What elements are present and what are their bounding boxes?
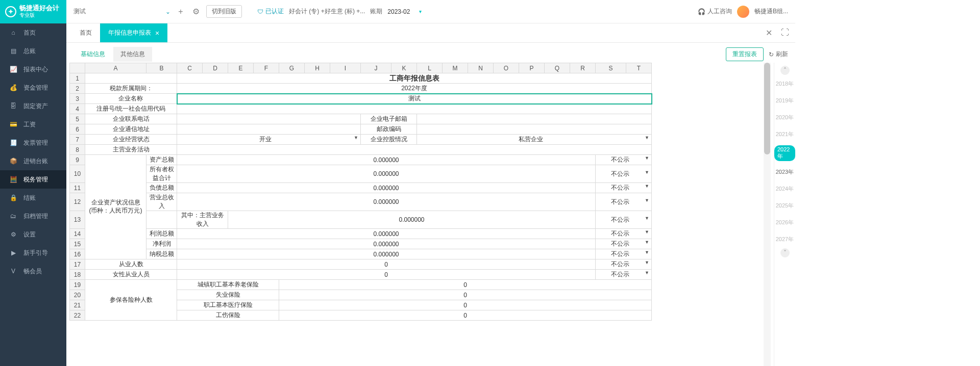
col-header-Q[interactable]: Q xyxy=(545,63,570,73)
row-header-17[interactable]: 17 xyxy=(70,259,85,270)
company-select[interactable]: 测试 ⌄ xyxy=(74,7,170,16)
tab-首页[interactable]: 首页 xyxy=(71,23,100,42)
sidebar-item-ledger[interactable]: ▤总账 xyxy=(0,42,66,60)
year-down-button[interactable]: ˅ xyxy=(780,248,790,257)
row-header-10[interactable]: 10 xyxy=(70,165,85,183)
row-header-9[interactable]: 9 xyxy=(70,155,85,165)
row-header-13[interactable]: 13 xyxy=(70,211,85,229)
row-header-3[interactable]: 3 xyxy=(70,94,85,104)
row-header-14[interactable]: 14 xyxy=(70,229,85,239)
close-tab-button[interactable]: ✕ xyxy=(763,27,775,39)
sidebar-item-home[interactable]: ⌂首页 xyxy=(0,23,66,42)
asset-13-val[interactable]: 0.000000 xyxy=(228,211,596,229)
col-header-O[interactable]: O xyxy=(494,63,519,73)
asset-15-pub[interactable]: 不公示▼ xyxy=(596,239,652,249)
sidebar-item-tax[interactable]: 🧮税务管理 xyxy=(0,170,66,189)
ins-21-val[interactable]: 0 xyxy=(279,300,652,310)
row-header-16[interactable]: 16 xyxy=(70,249,85,259)
col-header-T[interactable]: T xyxy=(626,63,652,73)
emp-f-cell[interactable]: 0 xyxy=(177,270,596,280)
corner-cell[interactable] xyxy=(70,63,85,73)
user-avatar[interactable] xyxy=(737,6,749,18)
sidebar-item-guide[interactable]: ▶新手引导 xyxy=(0,244,66,262)
add-company-button[interactable]: + xyxy=(176,7,186,17)
asset-15-val[interactable]: 0.000000 xyxy=(177,239,596,249)
year-2020年[interactable]: 2020年 xyxy=(776,112,794,123)
row-header-4[interactable]: 4 xyxy=(70,104,85,114)
company-name-cell[interactable]: 测试 xyxy=(177,94,652,104)
sidebar-item-inventory[interactable]: 📦进销台账 xyxy=(0,152,66,170)
cell-1A[interactable] xyxy=(85,73,177,84)
spreadsheet[interactable]: ABCDEFGHIJKLMNOPQRST1工商年报信息表2税款所属期间：2022… xyxy=(66,63,774,366)
col-header-S[interactable]: S xyxy=(596,63,626,73)
year-up-button[interactable]: ˄ xyxy=(780,66,790,75)
year-2027年[interactable]: 2027年 xyxy=(776,233,794,245)
year-2025年[interactable]: 2025年 xyxy=(776,200,794,212)
sidebar-item-member[interactable]: V畅会员 xyxy=(0,262,66,280)
col-header-A[interactable]: A xyxy=(85,63,146,73)
ins-20-val[interactable]: 0 xyxy=(279,290,652,300)
asset-16-val[interactable]: 0.000000 xyxy=(177,249,596,259)
period-value[interactable]: 2023-02 xyxy=(387,8,410,15)
col-header-N[interactable]: N xyxy=(468,63,494,73)
asset-14-val[interactable]: 0.000000 xyxy=(177,229,596,239)
sidebar-item-settings[interactable]: ⚙设置 xyxy=(0,225,66,244)
fullscreen-button[interactable]: ⛶ xyxy=(779,27,791,39)
col-header-H[interactable]: H xyxy=(305,63,330,73)
row-header-22[interactable]: 22 xyxy=(70,310,85,321)
year-2021年[interactable]: 2021年 xyxy=(776,128,794,140)
sidebar-item-reports[interactable]: 📈报表中心 xyxy=(0,60,66,79)
asset-9-val[interactable]: 0.000000 xyxy=(177,155,596,165)
row-header-5[interactable]: 5 xyxy=(70,114,85,124)
reg-no-cell[interactable] xyxy=(177,104,652,114)
col-header-M[interactable]: M xyxy=(443,63,468,73)
subtab-基础信息[interactable]: 基础信息 xyxy=(74,47,112,62)
row-header-15[interactable]: 15 xyxy=(70,239,85,249)
holding-cell[interactable]: 私营企业▼ xyxy=(417,135,652,145)
switch-old-version-button[interactable]: 切到旧版 xyxy=(206,5,242,18)
asset-10-pub[interactable]: 不公示▼ xyxy=(596,165,652,183)
sidebar-item-archive[interactable]: 🗂归档管理 xyxy=(0,207,66,225)
row-header-8[interactable]: 8 xyxy=(70,145,85,155)
sidebar-item-funds[interactable]: 💰资金管理 xyxy=(0,79,66,97)
subtab-其他信息[interactable]: 其他信息 xyxy=(113,47,152,62)
ins-19-val[interactable]: 0 xyxy=(279,280,652,290)
col-header-E[interactable]: E xyxy=(228,63,254,73)
close-icon[interactable]: × xyxy=(155,29,159,37)
help-button[interactable]: 🎧 人工咨询 xyxy=(698,7,732,16)
col-header-P[interactable]: P xyxy=(519,63,545,73)
row-header-1[interactable]: 1 xyxy=(70,73,85,84)
asset-11-pub[interactable]: 不公示▼ xyxy=(596,183,652,193)
address-cell[interactable] xyxy=(177,124,361,135)
emp-f-pub[interactable]: 不公示▼ xyxy=(596,270,652,280)
bizstatus-cell[interactable]: 开业▼ xyxy=(177,135,361,145)
col-header-G[interactable]: G xyxy=(279,63,305,73)
tax-period-value[interactable]: 2022年度 xyxy=(177,84,652,94)
asset-14-pub[interactable]: 不公示▼ xyxy=(596,229,652,239)
col-header-F[interactable]: F xyxy=(254,63,279,73)
row-header-21[interactable]: 21 xyxy=(70,300,85,310)
reset-report-button[interactable]: 重置报表 xyxy=(726,47,764,61)
row-header-19[interactable]: 19 xyxy=(70,280,85,290)
col-header-D[interactable]: D xyxy=(203,63,228,73)
col-header-L[interactable]: L xyxy=(417,63,443,73)
year-2022年[interactable]: 2022年 xyxy=(774,145,795,161)
vertical-scrollbar[interactable] xyxy=(764,63,771,366)
emp-cell[interactable]: 0 xyxy=(177,259,596,270)
asset-13-pub[interactable]: 不公示▼ xyxy=(596,211,652,229)
col-header-I[interactable]: I xyxy=(330,63,361,73)
user-name[interactable]: 畅捷通B组... xyxy=(754,7,788,16)
period-dropdown-icon[interactable]: ▾ xyxy=(415,7,425,17)
col-header-R[interactable]: R xyxy=(570,63,596,73)
year-2023年[interactable]: 2023年 xyxy=(776,166,794,178)
asset-11-val[interactable]: 0.000000 xyxy=(177,183,596,193)
col-header-C[interactable]: C xyxy=(177,63,203,73)
postcode-cell[interactable] xyxy=(417,124,652,135)
tab-年报信息申报表[interactable]: 年报信息申报表× xyxy=(100,23,167,42)
year-2024年[interactable]: 2024年 xyxy=(776,183,794,195)
row-header-7[interactable]: 7 xyxy=(70,135,85,145)
year-2018年[interactable]: 2018年 xyxy=(776,78,794,90)
asset-9-pub[interactable]: 不公示▼ xyxy=(596,155,652,165)
asset-16-pub[interactable]: 不公示▼ xyxy=(596,249,652,259)
phone-cell[interactable] xyxy=(177,114,361,124)
